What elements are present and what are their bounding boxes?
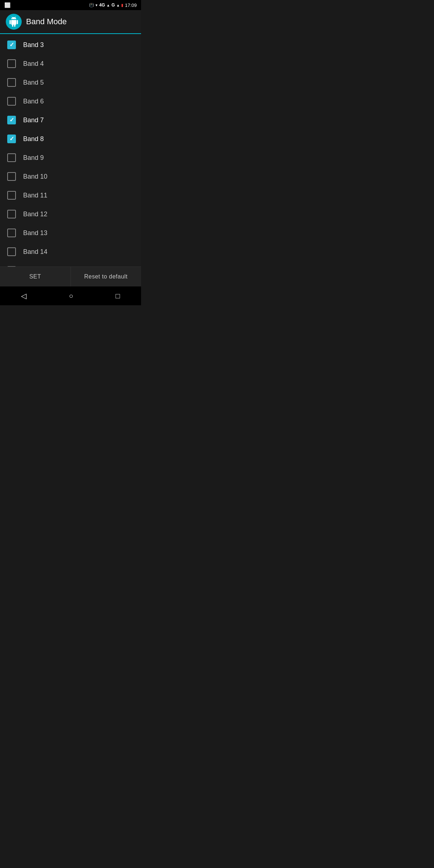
network-label: 4G — [99, 3, 105, 8]
band-label-11: Band 11 — [23, 192, 47, 199]
status-bar-right: 📳 ▾ 4G ▲ G ▲ ▮ 17:09 — [89, 3, 137, 8]
carrier-label: G — [111, 3, 115, 8]
band-item-10[interactable]: Band 10 — [0, 167, 141, 186]
recents-icon: □ — [115, 292, 120, 300]
band-item-7[interactable]: Band 7 — [0, 111, 141, 129]
band-label-5: Band 5 — [23, 79, 44, 86]
band-label-13: Band 13 — [23, 229, 47, 237]
checkbox-band-6[interactable] — [7, 97, 16, 106]
checkbox-band-5[interactable] — [7, 78, 16, 87]
nav-bar: ◁ ○ □ — [0, 286, 141, 305]
set-button[interactable]: SET — [0, 267, 71, 286]
wifi-icon: ▾ — [95, 3, 98, 8]
status-time: 17:09 — [125, 3, 137, 8]
home-button[interactable]: ○ — [61, 289, 80, 303]
status-bar: ⬜ 📳 ▾ 4G ▲ G ▲ ▮ 17:09 — [0, 0, 141, 10]
band-label-12: Band 12 — [23, 210, 47, 218]
photo-icon: ⬜ — [4, 2, 10, 8]
band-label-14: Band 14 — [23, 248, 47, 256]
band-item-11[interactable]: Band 11 — [0, 186, 141, 205]
band-item-4[interactable]: Band 4 — [0, 54, 141, 73]
checkbox-band-9[interactable] — [7, 153, 16, 162]
app-header: Band Mode — [0, 10, 141, 34]
app-icon — [6, 14, 22, 30]
home-icon: ○ — [69, 292, 73, 300]
band-item-12[interactable]: Band 12 — [0, 205, 141, 224]
app-title: Band Mode — [26, 17, 67, 26]
back-button[interactable]: ◁ — [14, 289, 34, 303]
android-icon — [9, 17, 19, 27]
band-item-9[interactable]: Band 9 — [0, 148, 141, 167]
band-label-6: Band 6 — [23, 98, 44, 105]
band-label-10: Band 10 — [23, 173, 47, 180]
checkbox-band-8[interactable] — [7, 135, 16, 143]
signal-icon: ▲ — [106, 3, 110, 7]
band-label-8: Band 8 — [23, 135, 44, 143]
band-item-3[interactable]: Band 3 — [0, 35, 141, 54]
footer: SET Reset to default — [0, 267, 141, 286]
band-item-5[interactable]: Band 5 — [0, 73, 141, 92]
recents-button[interactable]: □ — [108, 289, 127, 303]
band-label-4: Band 4 — [23, 60, 44, 68]
screen: ⬜ 📳 ▾ 4G ▲ G ▲ ▮ 17:09 Band Mode Band 3B… — [0, 0, 141, 305]
band-item-14[interactable]: Band 14 — [0, 242, 141, 261]
battery-icon: ▮ — [121, 3, 123, 8]
band-item-8[interactable]: Band 8 — [0, 129, 141, 148]
checkbox-band-13[interactable] — [7, 229, 16, 237]
back-icon: ◁ — [21, 292, 26, 300]
band-list[interactable]: Band 3Band 4Band 5Band 6Band 7Band 8Band… — [0, 34, 141, 267]
status-bar-left: ⬜ — [4, 2, 10, 8]
band-label-7: Band 7 — [23, 116, 44, 124]
checkbox-band-10[interactable] — [7, 172, 16, 181]
checkbox-band-7[interactable] — [7, 116, 16, 124]
checkbox-band-11[interactable] — [7, 191, 16, 200]
vibrate-icon: 📳 — [89, 3, 94, 8]
checkbox-band-12[interactable] — [7, 210, 16, 218]
checkbox-band-3[interactable] — [7, 41, 16, 49]
band-item-6[interactable]: Band 6 — [0, 92, 141, 111]
checkbox-band-14[interactable] — [7, 247, 16, 256]
band-item-15[interactable]: Band 15 — [0, 261, 141, 267]
band-label-3: Band 3 — [23, 41, 44, 49]
band-item-13[interactable]: Band 13 — [0, 224, 141, 242]
carrier-signal-icon: ▲ — [116, 3, 120, 7]
band-label-9: Band 9 — [23, 154, 44, 162]
reset-to-default-button[interactable]: Reset to default — [71, 267, 141, 286]
checkbox-band-4[interactable] — [7, 59, 16, 68]
